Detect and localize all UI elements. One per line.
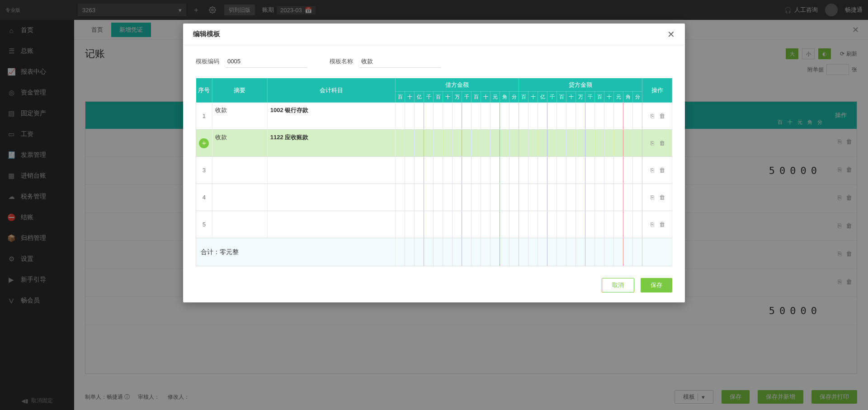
delete-icon[interactable]: 🗑 <box>659 194 666 201</box>
digit-cell[interactable] <box>623 130 633 157</box>
digit-cell[interactable] <box>472 157 481 184</box>
digit-cell[interactable] <box>547 211 557 238</box>
subject-cell[interactable] <box>267 211 396 238</box>
digit-cell[interactable] <box>585 103 595 130</box>
digit-cell[interactable] <box>566 211 576 238</box>
digit-cell[interactable] <box>576 157 585 184</box>
digit-cell[interactable] <box>481 103 491 130</box>
digit-cell[interactable] <box>481 211 491 238</box>
cancel-button[interactable]: 取消 <box>602 278 634 292</box>
digit-cell[interactable] <box>604 211 614 238</box>
digit-cell[interactable] <box>509 211 519 238</box>
digit-cell[interactable] <box>405 184 415 211</box>
digit-cell[interactable] <box>585 211 595 238</box>
digit-cell[interactable] <box>405 103 415 130</box>
digit-cell[interactable] <box>528 184 538 211</box>
digit-cell[interactable] <box>614 130 623 157</box>
digit-cell[interactable] <box>462 211 472 238</box>
digit-cell[interactable] <box>519 157 528 184</box>
summary-cell[interactable] <box>212 211 267 238</box>
digit-cell[interactable] <box>557 157 566 184</box>
digit-cell[interactable] <box>576 103 585 130</box>
digit-cell[interactable] <box>547 103 557 130</box>
digit-cell[interactable] <box>538 130 547 157</box>
subject-cell[interactable] <box>267 157 396 184</box>
digit-cell[interactable] <box>405 130 415 157</box>
digit-cell[interactable] <box>633 211 642 238</box>
digit-cell[interactable] <box>462 157 472 184</box>
digit-cell[interactable] <box>528 103 538 130</box>
digit-cell[interactable] <box>415 130 424 157</box>
digit-cell[interactable] <box>576 184 585 211</box>
digit-cell[interactable] <box>415 184 424 211</box>
digit-cell[interactable] <box>547 157 557 184</box>
digit-cell[interactable] <box>519 211 528 238</box>
digit-cell[interactable] <box>538 157 547 184</box>
digit-cell[interactable] <box>509 103 519 130</box>
digit-cell[interactable] <box>396 157 405 184</box>
digit-cell[interactable] <box>595 103 604 130</box>
digit-cell[interactable] <box>538 103 547 130</box>
digit-cell[interactable] <box>396 211 405 238</box>
digit-cell[interactable] <box>519 184 528 211</box>
digit-cell[interactable] <box>614 211 623 238</box>
digit-cell[interactable] <box>424 184 434 211</box>
digit-cell[interactable] <box>604 157 614 184</box>
digit-cell[interactable] <box>453 130 462 157</box>
delete-icon[interactable]: 🗑 <box>659 140 666 147</box>
close-icon[interactable]: ✕ <box>667 29 675 40</box>
digit-cell[interactable] <box>443 211 453 238</box>
digit-cell[interactable] <box>509 184 519 211</box>
digit-cell[interactable] <box>633 184 642 211</box>
digit-cell[interactable] <box>623 184 633 211</box>
copy-icon[interactable]: ⎘ <box>649 140 656 147</box>
digit-cell[interactable] <box>453 211 462 238</box>
digit-cell[interactable] <box>585 130 595 157</box>
digit-cell[interactable] <box>566 130 576 157</box>
summary-cell[interactable]: 收款 <box>212 103 267 130</box>
digit-cell[interactable] <box>481 157 491 184</box>
template-code-input[interactable] <box>226 55 307 68</box>
digit-cell[interactable] <box>500 130 509 157</box>
digit-cell[interactable] <box>585 184 595 211</box>
digit-cell[interactable] <box>538 184 547 211</box>
digit-cell[interactable] <box>424 103 434 130</box>
digit-cell[interactable] <box>623 157 633 184</box>
digit-cell[interactable] <box>481 184 491 211</box>
digit-cell[interactable] <box>443 184 453 211</box>
delete-icon[interactable]: 🗑 <box>659 167 666 174</box>
digit-cell[interactable] <box>415 157 424 184</box>
digit-cell[interactable] <box>519 103 528 130</box>
copy-icon[interactable]: ⎘ <box>649 113 656 120</box>
digit-cell[interactable] <box>434 103 443 130</box>
digit-cell[interactable] <box>509 130 519 157</box>
digit-cell[interactable] <box>538 211 547 238</box>
digit-cell[interactable] <box>595 184 604 211</box>
digit-cell[interactable] <box>462 130 472 157</box>
digit-cell[interactable] <box>614 157 623 184</box>
digit-cell[interactable] <box>595 157 604 184</box>
digit-cell[interactable] <box>566 103 576 130</box>
copy-icon[interactable]: ⎘ <box>649 194 656 201</box>
digit-cell[interactable] <box>453 103 462 130</box>
digit-cell[interactable] <box>614 103 623 130</box>
digit-cell[interactable] <box>443 103 453 130</box>
digit-cell[interactable] <box>633 103 642 130</box>
digit-cell[interactable] <box>462 103 472 130</box>
digit-cell[interactable] <box>557 130 566 157</box>
delete-icon[interactable]: 🗑 <box>659 221 666 228</box>
digit-cell[interactable] <box>566 157 576 184</box>
digit-cell[interactable] <box>472 211 481 238</box>
digit-cell[interactable] <box>604 130 614 157</box>
digit-cell[interactable] <box>405 211 415 238</box>
copy-icon[interactable]: ⎘ <box>649 221 656 228</box>
digit-cell[interactable] <box>453 184 462 211</box>
digit-cell[interactable] <box>434 211 443 238</box>
digit-cell[interactable] <box>519 130 528 157</box>
digit-cell[interactable] <box>623 103 633 130</box>
digit-cell[interactable] <box>443 157 453 184</box>
digit-cell[interactable] <box>481 130 491 157</box>
digit-cell[interactable] <box>604 103 614 130</box>
digit-cell[interactable] <box>614 184 623 211</box>
digit-cell[interactable] <box>472 103 481 130</box>
